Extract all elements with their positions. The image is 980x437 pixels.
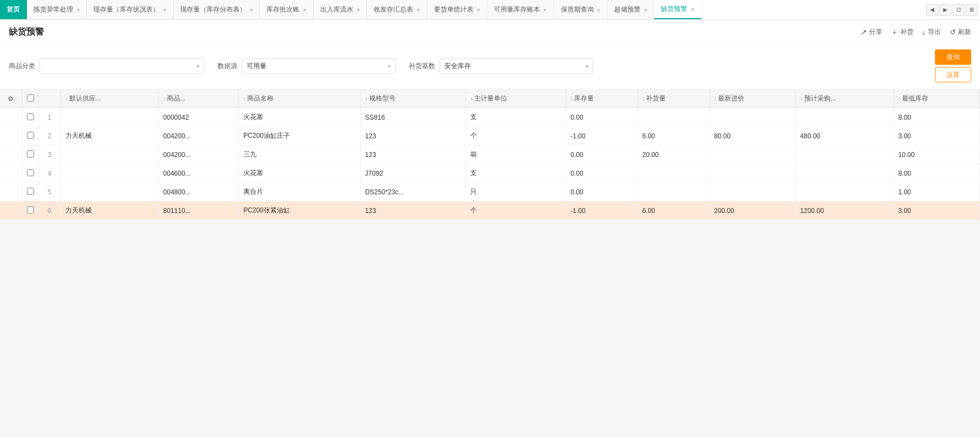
- checkbox-2[interactable]: [27, 132, 34, 139]
- product-name-4: 火花塞: [239, 164, 360, 183]
- tab-close-receive-summary[interactable]: ×: [416, 7, 420, 13]
- unit-header[interactable]: ↕主计量单位: [465, 89, 566, 108]
- unit-6: 个: [465, 201, 566, 220]
- tab-close-expiry-query[interactable]: ×: [597, 7, 600, 13]
- spec-header[interactable]: ↕规格型号: [360, 89, 465, 108]
- row-num-1: 1: [38, 108, 60, 127]
- est-purchase-header[interactable]: ↕预计采购...: [795, 89, 894, 108]
- product-name-5: 离合片: [239, 183, 360, 201]
- prev-tab-btn[interactable]: ◀: [926, 4, 938, 16]
- checkbox-6[interactable]: [27, 206, 34, 214]
- tab-close-abnormal[interactable]: ×: [76, 7, 80, 13]
- product-code-header[interactable]: ↕商品...: [159, 89, 239, 108]
- row-gear-2: [0, 127, 22, 145]
- replenish-base-select[interactable]: 安全库存 ▾: [439, 58, 593, 74]
- tab-close-inventory-status[interactable]: ×: [163, 7, 166, 13]
- checkbox-header[interactable]: [22, 89, 38, 108]
- export-action[interactable]: ↓ 导出: [922, 27, 942, 37]
- row-checkbox-4[interactable]: [22, 164, 38, 183]
- stock-qty-5: 0.00: [566, 183, 638, 201]
- refresh-action[interactable]: ↺ 刷新: [950, 27, 971, 37]
- checkbox-1[interactable]: [27, 113, 34, 120]
- spec-3: 123: [360, 145, 465, 164]
- tab-inventory-status[interactable]: 现存量（库存状况表）×: [87, 0, 173, 19]
- spec-5: DS250*23c...: [360, 183, 465, 201]
- tab-label-available-ledger: 可用量库存账本: [494, 5, 540, 14]
- settings-button[interactable]: 设置: [935, 67, 971, 82]
- select-all-checkbox[interactable]: [27, 94, 34, 102]
- row-checkbox-1[interactable]: [22, 108, 38, 127]
- main-content: 缺货预警 ↗ 分享 ＋ 补货 ↓ 导出 ↺ 刷新 商品分类: [0, 20, 980, 220]
- checkbox-3[interactable]: [27, 150, 34, 158]
- stock-qty-2: -1.00: [566, 127, 638, 145]
- replenish-qty-4: [638, 164, 710, 183]
- stock-qty-header[interactable]: ↕库存量: [566, 89, 638, 108]
- min-stock-header[interactable]: ↕最低库存: [894, 89, 980, 108]
- row-gear-4: [0, 164, 22, 183]
- tab-overstock[interactable]: 超储预警×: [608, 0, 654, 19]
- table-row: 6 力天机械 801110... PC200张紧油缸 123 个 -1.00 6…: [0, 201, 980, 220]
- replenish-base-value: 安全库存: [444, 61, 471, 71]
- unit-2: 个: [465, 127, 566, 145]
- tab-close-available-ledger[interactable]: ×: [543, 7, 547, 13]
- row-num-3: 3: [38, 145, 60, 164]
- tab-receive-summary[interactable]: 收发存汇总表×: [367, 0, 427, 19]
- tab-expiry-query[interactable]: 保质期查询×: [554, 0, 608, 19]
- refresh-icon: ↺: [950, 28, 956, 36]
- tab-batch-account[interactable]: 库存批次账×: [260, 0, 313, 19]
- tab-close-inout-flow[interactable]: ×: [357, 7, 360, 13]
- tab-inventory-dist[interactable]: 现存量（库存分布表）×: [174, 0, 260, 19]
- replenish-action[interactable]: ＋ 补货: [891, 27, 914, 37]
- table-header-row: ⚙ ↕默认供应... ↕商品... ↕商品名称 ↕规格型号 ↕主计量单位 ↕库存…: [0, 89, 980, 108]
- row-checkbox-3[interactable]: [22, 145, 38, 164]
- tab-close-batch-account[interactable]: ×: [303, 7, 306, 13]
- window-btn[interactable]: ⊡: [953, 4, 965, 16]
- supplier-header[interactable]: ↕默认供应...: [60, 89, 159, 108]
- tab-available-ledger[interactable]: 可用量库存账本×: [487, 0, 554, 19]
- product-name-2: PC200油缸庄子: [239, 127, 360, 145]
- tab-close-shortage[interactable]: ×: [691, 6, 694, 13]
- checkbox-5[interactable]: [27, 188, 34, 195]
- tab-abnormal[interactable]: 拣货异常处理×: [27, 0, 87, 19]
- filter-actions: 查询 设置: [935, 49, 971, 82]
- product-name-header[interactable]: ↕商品名称: [239, 89, 360, 108]
- product-code-1: 0000042: [159, 108, 239, 127]
- next-tab-btn[interactable]: ▶: [939, 4, 951, 16]
- tab-close-order-stats[interactable]: ×: [477, 7, 480, 13]
- category-select[interactable]: ▾: [40, 58, 204, 74]
- share-action[interactable]: ↗ 分享: [861, 27, 882, 37]
- latest-price-2: 80.00: [709, 127, 795, 145]
- tab-order-stats[interactable]: 要货单统计表×: [427, 0, 487, 19]
- checkbox-4[interactable]: [27, 169, 34, 176]
- tab-close-inventory-dist[interactable]: ×: [249, 7, 253, 13]
- row-checkbox-2[interactable]: [22, 127, 38, 145]
- unit-5: 只: [465, 183, 566, 201]
- tab-shortage[interactable]: 缺货预警×: [654, 0, 701, 19]
- tab-label-expiry-query: 保质期查询: [561, 5, 594, 14]
- table-row: 3 004200... 三九 123 箱 0.00 20.00 10.00: [0, 145, 980, 164]
- min-stock-3: 10.00: [894, 145, 980, 164]
- product-code-4: 004600...: [159, 164, 239, 183]
- query-button[interactable]: 查询: [935, 49, 971, 65]
- page-title: 缺货预警: [9, 26, 44, 38]
- tab-home[interactable]: 首页: [0, 0, 27, 19]
- replenish-qty-5: [638, 183, 710, 201]
- supplier-1: [60, 108, 159, 127]
- tab-label-inventory-dist: 现存量（库存分布表）: [180, 5, 246, 14]
- replenish-qty-3: 20.00: [638, 145, 710, 164]
- gear-header[interactable]: ⚙: [0, 89, 22, 108]
- replenish-base-label: 补货基数: [409, 61, 435, 71]
- latest-price-header[interactable]: ↕最新进价: [709, 89, 795, 108]
- row-checkbox-6[interactable]: [22, 201, 38, 220]
- row-checkbox-5[interactable]: [22, 183, 38, 201]
- product-code-2: 004200...: [159, 127, 239, 145]
- replenish-icon: ＋: [891, 27, 898, 37]
- supplier-5: [60, 183, 159, 201]
- tab-close-overstock[interactable]: ×: [644, 7, 647, 13]
- fullscreen-btn[interactable]: ⊠: [966, 4, 978, 16]
- replenish-qty-header[interactable]: ↕补货量: [638, 89, 710, 108]
- spec-2: 123: [360, 127, 465, 145]
- datasource-select[interactable]: 可用量 ▾: [242, 58, 396, 74]
- tab-inout-flow[interactable]: 出入库流水×: [314, 0, 367, 19]
- spec-1: SS816: [360, 108, 465, 127]
